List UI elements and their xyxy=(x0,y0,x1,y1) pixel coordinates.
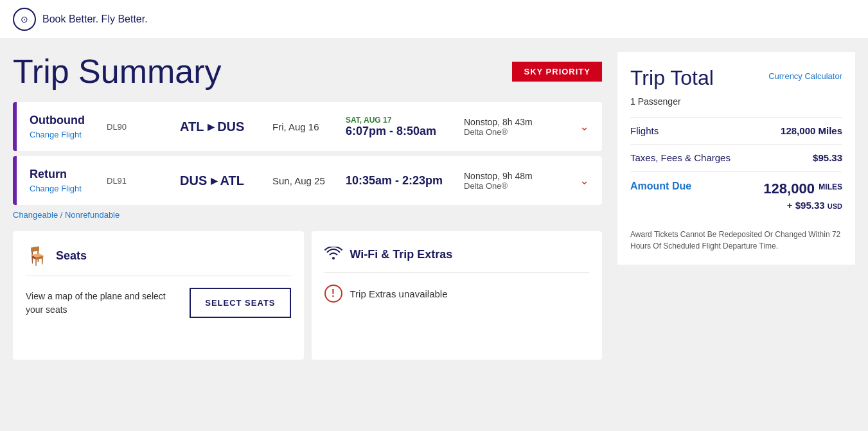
outbound-cabin: Delta One® xyxy=(464,127,554,137)
top-bar: ⊙ Book Better. Fly Better. xyxy=(0,0,868,39)
return-details: Nonstop, 9h 48m Delta One® xyxy=(464,171,554,191)
return-expand-icon[interactable]: ⌄ xyxy=(573,173,589,188)
flights-price-row: Flights 128,000 Miles xyxy=(630,117,842,144)
return-flight-card: Return Change Flight DL91 DUS ▸ ATL Sun,… xyxy=(13,156,602,205)
seats-body: View a map of the plane and select your … xyxy=(26,288,291,318)
outbound-nonstop: Nonstop, 8h 43m xyxy=(464,117,554,127)
return-cabin: Delta One® xyxy=(464,181,554,191)
return-time-range: 10:35am - 2:23pm xyxy=(346,174,448,188)
sky-priority-badge: SKY PRIORITY xyxy=(512,62,602,82)
trip-total-card: Trip Total Currency Calculator 1 Passeng… xyxy=(617,52,855,265)
outbound-label: Outbound Change Flight xyxy=(30,114,107,139)
wifi-icon xyxy=(324,245,342,263)
return-info: DL91 DUS ▸ ATL Sun, Aug 25 10:35am - 2:2… xyxy=(107,171,573,191)
outbound-expand-icon[interactable]: ⌄ xyxy=(573,119,589,134)
wifi-unavailable: ! Trip Extras unavailable xyxy=(324,285,590,303)
select-seats-button[interactable]: SELECT SEATS xyxy=(190,288,290,318)
seats-description: View a map of the plane and select your … xyxy=(26,290,177,317)
usd-row: + $95.33 USD xyxy=(763,200,842,211)
outbound-flight-number: DL90 xyxy=(107,122,164,132)
return-times: 10:35am - 2:23pm xyxy=(346,174,448,188)
plus-sign: + $ xyxy=(787,200,801,211)
wifi-card: Wi-Fi & Trip Extras ! Trip Extras unavai… xyxy=(312,231,603,360)
amount-due-row: Amount Due 128,000 MILES + $95.33 USD xyxy=(630,171,842,220)
return-content: Return Change Flight DL91 DUS ▸ ATL Sun,… xyxy=(17,156,602,205)
outbound-info: DL90 ATL ▸ DUS Fri, Aug 16 SAT, AUG 17 6… xyxy=(107,116,573,138)
outbound-date: Fri, Aug 16 xyxy=(272,121,330,132)
outbound-times: SAT, AUG 17 6:07pm - 8:50am xyxy=(346,116,448,138)
trip-total-header: Trip Total Currency Calculator xyxy=(630,66,842,90)
outbound-arrival-day: SAT, AUG 17 xyxy=(346,116,448,125)
flights-value: 128,000 Miles xyxy=(781,125,842,136)
usd-amount: 95.33 xyxy=(801,200,825,211)
wifi-title: Wi-Fi & Trip Extras xyxy=(350,248,453,261)
miles-unit: MILES xyxy=(819,182,842,191)
return-flight-number: DL91 xyxy=(107,176,164,186)
changeable-note: Changeable / Nonrefundable xyxy=(13,210,602,220)
miles-display: 128,000 MILES xyxy=(763,180,842,197)
logo-text: Book Better. Fly Better. xyxy=(42,13,148,25)
page-header: Trip Summary SKY PRIORITY xyxy=(13,52,602,91)
seats-card-header: 🪑 Seats xyxy=(26,245,291,276)
outbound-title: Outbound xyxy=(30,114,107,127)
taxes-price-row: Taxes, Fees & Charges $95.33 xyxy=(630,144,842,171)
outbound-time-range: 6:07pm - 8:50am xyxy=(346,125,448,138)
page-title: Trip Summary xyxy=(13,52,222,91)
alert-icon: ! xyxy=(324,285,342,303)
miles-amount: 128,000 xyxy=(763,180,815,197)
return-title: Return xyxy=(30,168,107,181)
logo-icon: ⊙ xyxy=(13,8,36,31)
right-panel: Trip Total Currency Calculator 1 Passeng… xyxy=(617,52,855,360)
return-label: Return Change Flight xyxy=(30,168,107,193)
outbound-flight-card: Outbound Change Flight DL90 ATL ▸ DUS Fr… xyxy=(13,102,602,151)
trip-total-title: Trip Total xyxy=(630,66,714,90)
return-route: DUS ▸ ATL xyxy=(180,173,257,188)
seat-icon: 🪑 xyxy=(26,245,48,267)
seats-card: 🪑 Seats View a map of the plane and sele… xyxy=(13,231,304,360)
award-note: Award Tickets Cannot Be Redeposited Or C… xyxy=(630,220,842,265)
wifi-card-header: Wi-Fi & Trip Extras xyxy=(324,245,590,273)
flights-label: Flights xyxy=(630,125,659,136)
return-nonstop: Nonstop, 9h 48m xyxy=(464,171,554,181)
return-date: Sun, Aug 25 xyxy=(272,175,330,186)
bottom-cards: 🪑 Seats View a map of the plane and sele… xyxy=(13,231,602,360)
amount-due-label: Amount Due xyxy=(630,180,691,192)
currency-calculator-link[interactable]: Currency Calculator xyxy=(768,71,842,81)
left-panel: Trip Summary SKY PRIORITY Outbound Chang… xyxy=(13,52,602,360)
outbound-route: ATL ▸ DUS xyxy=(180,119,257,134)
seats-title: Seats xyxy=(56,249,87,263)
taxes-value: $95.33 xyxy=(813,152,842,163)
outbound-change-flight[interactable]: Change Flight xyxy=(30,130,107,139)
usd-unit: USD xyxy=(828,202,842,210)
return-change-flight[interactable]: Change Flight xyxy=(30,184,107,193)
passenger-count: 1 Passenger xyxy=(630,96,842,107)
wifi-unavailable-text: Trip Extras unavailable xyxy=(350,288,448,299)
outbound-details: Nonstop, 8h 43m Delta One® xyxy=(464,117,554,137)
taxes-label: Taxes, Fees & Charges xyxy=(630,152,731,163)
outbound-content: Outbound Change Flight DL90 ATL ▸ DUS Fr… xyxy=(17,102,602,151)
amount-due-value: 128,000 MILES + $95.33 USD xyxy=(763,180,842,211)
